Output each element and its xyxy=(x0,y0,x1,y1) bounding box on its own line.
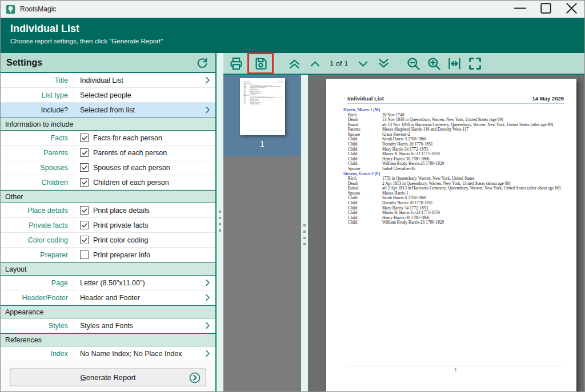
fact-value: Isabel Chevalier-36 xyxy=(382,167,568,172)
checkbox-preparer[interactable] xyxy=(80,250,89,259)
thumbnail-page-number: 1 xyxy=(260,139,265,148)
setting-row-page[interactable]: PageLetter (8.50"x11.00") xyxy=(1,276,215,290)
chevron-right-icon xyxy=(203,293,212,302)
setting-row-facts[interactable]: FactsFacts for each person xyxy=(1,131,215,146)
fact-value: William Brody Harris-26 1780-1829 xyxy=(250,104,283,105)
settings-splitter[interactable] xyxy=(217,53,223,391)
preview-toolbar: 1 of 1 xyxy=(223,53,584,75)
setting-value: Children of each person xyxy=(93,179,169,187)
fact-label: Child xyxy=(343,220,382,225)
setting-label: Facts xyxy=(1,131,74,145)
prev-page-button[interactable] xyxy=(304,54,325,72)
setting-row-styles[interactable]: StylesStyles and Fonts xyxy=(1,318,215,333)
page-indicator: 1 of 1 xyxy=(330,59,348,68)
fit-page-button[interactable] xyxy=(465,54,486,72)
document-footer: 1 xyxy=(347,366,564,373)
next-page-button[interactable] xyxy=(353,54,374,72)
preview-canvas[interactable]: Individual List14 May 2025Harris, Moses-… xyxy=(308,75,584,391)
save-icon xyxy=(253,56,269,71)
setting-row-spouses[interactable]: SpousesSpouses of each person xyxy=(1,160,215,175)
report-header-banner: Individual List Choose report settings, … xyxy=(1,18,584,53)
setting-value: Selected from list xyxy=(80,106,135,114)
window-controls xyxy=(507,1,584,18)
page-thumbnail[interactable]: Individual List14 May 2025Harris, Moses-… xyxy=(240,78,285,135)
setting-label: Page xyxy=(1,276,74,290)
preview-section: 1 of 1 Individual List14 May 2025Harris,… xyxy=(223,53,584,391)
setting-row-title[interactable]: TitleIndividual List xyxy=(1,73,215,88)
setting-row-include[interactable]: Include?Selected from list xyxy=(1,103,215,118)
setting-label: Title xyxy=(1,73,74,87)
chevron-right-icon xyxy=(203,349,212,358)
fit-width-button[interactable] xyxy=(444,54,465,72)
section-label: References xyxy=(5,336,42,344)
thumbnail-panel: Individual List14 May 2025Harris, Moses-… xyxy=(223,75,301,391)
save-button-highlight xyxy=(247,52,274,74)
setting-label: Styles xyxy=(1,318,74,333)
report-document: Individual List14 May 2025Harris, Moses-… xyxy=(326,79,576,391)
setting-value: Print place details xyxy=(93,207,150,215)
setting-label: List type xyxy=(1,88,74,102)
zoom-in-button[interactable] xyxy=(424,54,444,72)
checkbox-facts[interactable] xyxy=(80,134,89,142)
settings-panel: Settings TitleIndividual ListList typeSe… xyxy=(1,53,217,391)
fact-value: William Brody Harris-26 1780-1829 xyxy=(382,220,568,225)
checkbox-place-details[interactable] xyxy=(80,206,89,215)
fact-row: SpouseMoses Harris-1 xyxy=(343,191,568,196)
document-body: Harris, Moses-1 (M)Birth20 Nov 1748Death… xyxy=(343,108,568,225)
section-header-other: Other xyxy=(1,190,215,203)
setting-label: Index xyxy=(1,346,74,361)
thumbnail-document: Individual List14 May 2025Harris, Moses-… xyxy=(240,78,285,135)
settings-panel-header: Settings xyxy=(1,53,215,73)
setting-row-preparer[interactable]: PreparerPrint preparer info xyxy=(1,248,215,262)
titlebar: RootsMagic xyxy=(1,1,584,18)
setting-row-list-type[interactable]: List typeSelected people xyxy=(1,88,215,103)
setting-row-children[interactable]: ChildrenChildren of each person xyxy=(1,175,215,190)
fact-row: ChildSarah Harris-3 1768-1860 xyxy=(343,196,568,201)
settings-title: Settings xyxy=(6,58,42,68)
setting-row-place-details[interactable]: Place detailsPrint place details xyxy=(1,203,215,218)
print-button[interactable] xyxy=(226,54,246,72)
setting-value: No Name Index; No Place Index xyxy=(80,350,182,358)
fact-row: Burialaft 2 Apr 1813 in Harrisena Cemete… xyxy=(343,186,568,191)
checkbox-spouses[interactable] xyxy=(80,163,89,172)
setting-row-index[interactable]: IndexNo Name Index; No Place Index xyxy=(1,346,215,361)
setting-label: Place details xyxy=(1,203,74,217)
checkbox-color-coding[interactable] xyxy=(80,236,89,244)
setting-value: Print preparer info xyxy=(93,251,150,259)
checkbox-parents[interactable] xyxy=(80,148,89,157)
page-subtitle: Choose report settings, then click "Gene… xyxy=(10,38,575,45)
maximize-icon xyxy=(536,0,555,19)
close-button[interactable] xyxy=(559,1,584,18)
document-page-number: 1 xyxy=(455,367,457,373)
fact-row: ChildDorothy Harris-20 1770-1851 xyxy=(343,201,568,206)
maximize-button[interactable] xyxy=(533,1,559,18)
fact-row: ChildHenry Harris-30 1780-1866 xyxy=(343,157,568,162)
reset-settings-button[interactable] xyxy=(195,55,210,70)
first-page-button[interactable] xyxy=(284,54,304,72)
printer-icon xyxy=(229,56,244,71)
setting-row-private-facts[interactable]: Private factsPrint private facts xyxy=(1,218,215,233)
document-body: Harris, Moses-1 (M)Birth20 Nov 1748Death… xyxy=(243,83,284,104)
page-title: Individual List xyxy=(10,23,575,35)
setting-value: Styles and Fonts xyxy=(80,322,133,330)
setting-value: Print private facts xyxy=(93,221,149,229)
thumbnail-splitter[interactable] xyxy=(301,75,308,391)
rootsmagic-window: RootsMagic Individual List Choose report… xyxy=(0,0,585,392)
thumbnail-selected[interactable]: Individual List14 May 2025Harris, Moses-… xyxy=(223,75,301,156)
checkbox-private-facts[interactable] xyxy=(80,221,89,229)
last-page-button[interactable] xyxy=(374,54,394,72)
setting-row-header-footer[interactable]: Header/FooterHeader and Footer xyxy=(1,290,215,305)
zoom-out-button[interactable] xyxy=(403,54,424,72)
zoom-out-icon xyxy=(406,56,421,71)
setting-row-color-coding[interactable]: Color codingPrint color coding xyxy=(1,233,215,248)
checkbox-children[interactable] xyxy=(80,178,89,187)
minimize-button[interactable] xyxy=(507,1,533,18)
setting-row-parents[interactable]: ParentsParents of each person xyxy=(1,146,215,160)
report-page: Individual List14 May 2025Harris, Moses-… xyxy=(326,79,576,391)
save-button[interactable] xyxy=(250,54,271,72)
setting-label: Header/Footer xyxy=(1,290,74,305)
section-label: Other xyxy=(5,193,23,201)
generate-report-button[interactable]: Generate Report xyxy=(10,369,206,386)
fact-value: Isabel Chevalier-36 xyxy=(250,94,283,95)
circle-chevron-icon xyxy=(189,371,201,384)
